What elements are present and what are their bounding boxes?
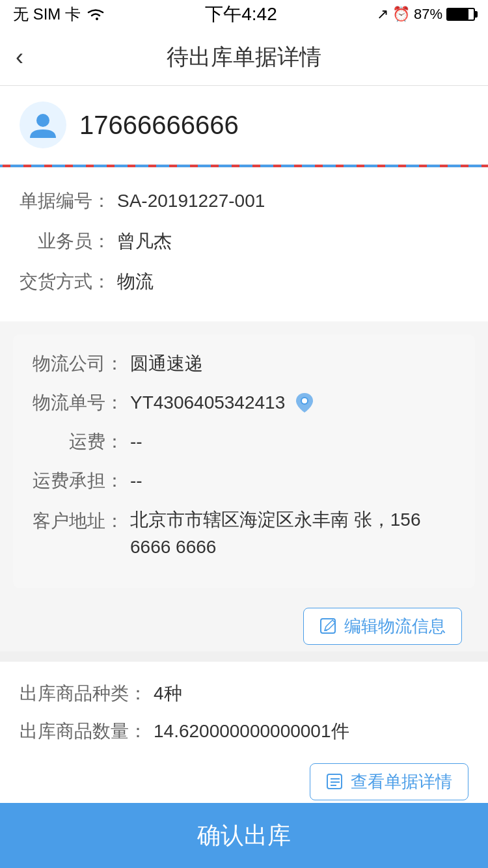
freight-label: 运费： bbox=[26, 428, 124, 455]
edit-logistics-label: 编辑物流信息 bbox=[344, 615, 446, 638]
address-value: 北京市市辖区海淀区永丰南 张，156 6666 6666 bbox=[130, 506, 462, 561]
edit-logistics-button[interactable]: 编辑物流信息 bbox=[303, 608, 462, 645]
order-info-section: 单据编号： SA-20191227-001 业务员： 曾凡杰 交货方式： 物流 bbox=[0, 168, 488, 321]
salesman-row: 业务员： 曾凡杰 bbox=[20, 228, 468, 255]
status-time: 下午4:42 bbox=[205, 2, 277, 27]
edit-logistics-area: 编辑物流信息 bbox=[13, 601, 475, 651]
logistics-company-label: 物流公司： bbox=[26, 350, 124, 377]
goods-type-value: 4种 bbox=[154, 681, 182, 706]
freight-bear-label: 运费承担： bbox=[26, 467, 124, 495]
order-no-label: 单据编号： bbox=[20, 187, 111, 215]
svg-point-0 bbox=[36, 114, 49, 127]
confirm-button-label: 确认出库 bbox=[197, 820, 291, 852]
dashed-divider bbox=[0, 164, 488, 168]
salesman-value: 曾凡杰 bbox=[117, 228, 468, 255]
avatar bbox=[20, 102, 66, 148]
main-content: 17666666666 单据编号： SA-20191227-001 业务员： 曾… bbox=[0, 86, 488, 868]
location-icon: ↗ bbox=[377, 6, 388, 23]
address-label: 客户地址： bbox=[26, 508, 124, 535]
list-icon bbox=[326, 773, 344, 791]
freight-bear-row: 运费承担： -- bbox=[26, 467, 462, 495]
carrier-text: 无 SIM 卡 bbox=[13, 4, 81, 25]
wifi-icon bbox=[86, 7, 105, 21]
alarm-icon: ⏰ bbox=[392, 6, 410, 23]
goods-type-label: 出库商品种类： bbox=[20, 681, 147, 706]
delivery-label: 交货方式： bbox=[20, 268, 111, 295]
customer-phone: 17666666666 bbox=[79, 111, 239, 140]
status-right: ↗ ⏰ 87% bbox=[377, 6, 475, 23]
salesman-label: 业务员： bbox=[20, 228, 111, 255]
battery-percentage: 87% bbox=[414, 6, 442, 23]
goods-quantity-label: 出库商品数量： bbox=[20, 719, 147, 744]
confirm-button[interactable]: 确认出库 bbox=[0, 803, 488, 868]
status-left: 无 SIM 卡 bbox=[13, 4, 105, 25]
logistics-company-row: 物流公司： 圆通速递 bbox=[26, 350, 462, 377]
edit-icon bbox=[319, 617, 338, 636]
goods-quantity-row: 出库商品数量： 14.620000000000001件 bbox=[20, 719, 468, 744]
section-divider bbox=[0, 651, 488, 662]
goods-section: 出库商品种类： 4种 出库商品数量： 14.620000000000001件 查… bbox=[0, 662, 488, 826]
logistics-tracking-value: YT43064053424​13 bbox=[130, 389, 462, 416]
user-avatar-icon bbox=[27, 109, 59, 141]
logistics-tracking-label: 物流单号： bbox=[26, 389, 124, 416]
svg-point-4 bbox=[302, 398, 307, 403]
tracking-location-icon[interactable] bbox=[293, 391, 316, 414]
address-row: 客户地址： 北京市市辖区海淀区永丰南 张，156 6666 6666 bbox=[26, 506, 462, 561]
order-no-row: 单据编号： SA-20191227-001 bbox=[20, 187, 468, 215]
page-title: 待出库单据详情 bbox=[167, 42, 321, 72]
freight-bear-value: -- bbox=[130, 467, 462, 495]
goods-type-row: 出库商品种类： 4种 bbox=[20, 681, 468, 706]
nav-bar: ‹ 待出库单据详情 bbox=[0, 29, 488, 86]
view-detail-button[interactable]: 查看单据详情 bbox=[310, 763, 468, 800]
goods-quantity-value: 14.620000000000001件 bbox=[154, 719, 349, 744]
order-no-value: SA-20191227-001 bbox=[117, 187, 468, 215]
battery-icon bbox=[446, 8, 475, 21]
delivery-row: 交货方式： 物流 bbox=[20, 268, 468, 295]
status-bar: 无 SIM 卡 下午4:42 ↗ ⏰ 87% bbox=[0, 0, 488, 29]
freight-row: 运费： -- bbox=[26, 428, 462, 455]
logistics-company-value: 圆通速递 bbox=[130, 350, 462, 377]
freight-value: -- bbox=[130, 428, 462, 455]
logistics-card: 物流公司： 圆通速递 物流单号： YT43064053424​13 运费： -- bbox=[13, 334, 475, 588]
delivery-value: 物流 bbox=[117, 268, 468, 295]
view-detail-area: 查看单据详情 bbox=[20, 757, 468, 807]
customer-header: 17666666666 bbox=[0, 86, 488, 164]
view-detail-label: 查看单据详情 bbox=[351, 770, 452, 793]
back-button[interactable]: ‹ bbox=[16, 44, 23, 71]
logistics-tracking-row: 物流单号： YT43064053424​13 bbox=[26, 389, 462, 416]
